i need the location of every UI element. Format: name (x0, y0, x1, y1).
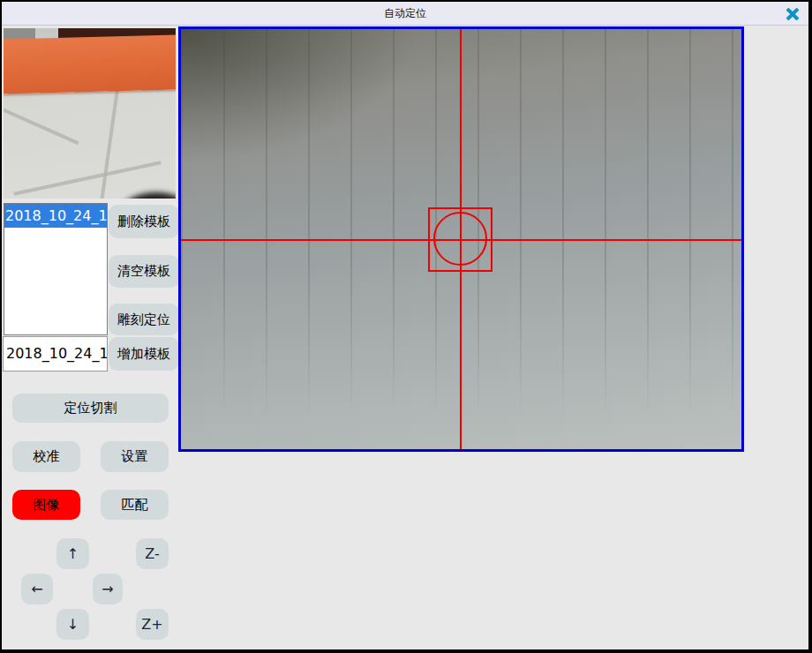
match-button[interactable]: 匹配 (101, 490, 169, 520)
settings-button[interactable]: 设置 (101, 441, 169, 472)
jog-z-minus-button[interactable]: Z- (136, 538, 169, 569)
template-preview-image (4, 28, 176, 199)
jog-up-button[interactable]: ↑ (56, 538, 89, 569)
template-name-field[interactable]: 2018_10_24_11 (3, 336, 108, 372)
position-cut-button[interactable]: 定位切割 (12, 394, 169, 423)
auto-position-dialog: 自动定位 2018_10_24_11 2018_10_24_11 删除模板 清空… (0, 0, 812, 653)
list-item[interactable]: 2018_10_24_11 (4, 204, 107, 228)
close-icon[interactable] (782, 5, 803, 23)
delete-template-button[interactable]: 删除模板 (109, 205, 179, 238)
jog-left-button[interactable]: ← (21, 574, 53, 604)
camera-view[interactable] (178, 26, 744, 452)
preview-orange-beam (4, 34, 176, 94)
title-bar: 自动定位 (2, 2, 808, 26)
calibrate-button[interactable]: 校准 (12, 441, 80, 472)
jog-down-button[interactable]: ↓ (56, 609, 89, 640)
image-button[interactable]: 图像 (12, 490, 80, 520)
jog-z-plus-button[interactable]: Z+ (136, 609, 169, 640)
template-list[interactable]: 2018_10_24_11 (4, 203, 108, 335)
target-circle (433, 212, 487, 266)
add-template-button[interactable]: 增加模板 (109, 337, 179, 371)
jog-right-button[interactable]: → (93, 574, 123, 604)
engrave-position-button[interactable]: 雕刻定位 (109, 304, 179, 335)
dialog-title: 自动定位 (384, 6, 426, 21)
clear-templates-button[interactable]: 清空模板 (109, 255, 179, 288)
